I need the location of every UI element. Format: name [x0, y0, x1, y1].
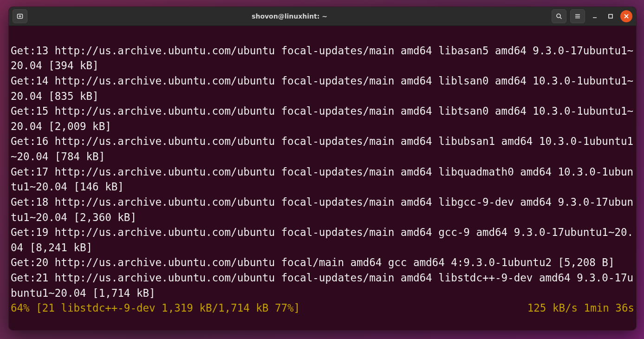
terminal-output[interactable]: Get:13 http://us.archive.ubuntu.com/ubun… — [9, 26, 636, 330]
window-title: shovon@linuxhint: ~ — [27, 13, 552, 20]
hamburger-menu-button[interactable] — [570, 9, 585, 23]
window-titlebar[interactable]: shovon@linuxhint: ~ — [9, 7, 636, 26]
terminal-line: Get:17 http://us.archive.ubuntu.com/ubun… — [11, 166, 633, 193]
close-button[interactable] — [620, 10, 632, 22]
desktop-background: shovon@linuxhint: ~ — [0, 0, 644, 339]
terminal-line: Get:15 http://us.archive.ubuntu.com/ubun… — [11, 105, 633, 132]
terminal-line: Get:19 http://us.archive.ubuntu.com/ubun… — [11, 226, 633, 254]
svg-point-3 — [557, 14, 560, 18]
minimize-button[interactable] — [589, 10, 601, 22]
terminal-line: Get:20 http://us.archive.ubuntu.com/ubun… — [11, 256, 614, 268]
terminal-line: Get:18 http://us.archive.ubuntu.com/ubun… — [11, 196, 633, 223]
download-progress-line: 64% [21 libstdc++-9-dev 1,319 kB/1,714 k… — [11, 300, 634, 316]
terminal-line: Get:21 http://us.archive.ubuntu.com/ubun… — [11, 272, 633, 299]
new-tab-button[interactable] — [13, 9, 27, 23]
svg-line-4 — [560, 17, 561, 19]
terminal-line: Get:16 http://us.archive.ubuntu.com/ubun… — [11, 135, 633, 163]
terminal-line: Get:14 http://us.archive.ubuntu.com/ubun… — [11, 75, 633, 102]
search-button[interactable] — [552, 9, 566, 23]
terminal-line: Get:13 http://us.archive.ubuntu.com/ubun… — [11, 45, 633, 72]
maximize-button[interactable] — [605, 10, 617, 22]
svg-rect-9 — [609, 14, 612, 18]
terminal-window: shovon@linuxhint: ~ — [8, 7, 637, 331]
progress-speed-eta: 125 kB/s 1min 36s — [527, 300, 634, 316]
progress-status: 64% [21 libstdc++-9-dev 1,319 kB/1,714 k… — [11, 300, 300, 316]
